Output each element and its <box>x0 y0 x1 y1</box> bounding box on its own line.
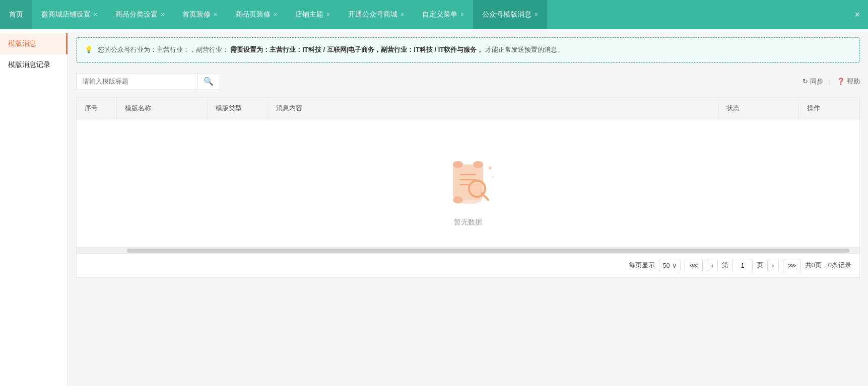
table-wrapper: 序号 模版名称 模版类型 消息内容 状态 操作 <box>76 97 860 278</box>
svg-text:✦: ✦ <box>487 164 493 172</box>
col-name: 模版名称 <box>117 98 208 119</box>
nav-item-wechat-shop[interactable]: 微商城店铺设置 × <box>32 0 106 29</box>
scrollbar[interactable] <box>77 247 859 253</box>
close-shop-theme[interactable]: × <box>326 11 330 18</box>
next-page-button[interactable]: › <box>767 260 778 271</box>
sidebar-label-template-record: 模版消息记录 <box>8 60 50 68</box>
col-index: 序号 <box>77 98 117 119</box>
first-page-button[interactable]: ⋘ <box>685 260 703 271</box>
empty-illustration: ✦ ✦ <box>438 149 498 210</box>
sync-icon: ↻ <box>803 78 808 85</box>
page-label-post: 页 <box>757 261 763 270</box>
empty-state: ✦ ✦ 暂无数据 <box>77 119 859 247</box>
nav-item-home[interactable]: 首页 <box>0 0 32 29</box>
search-left: 🔍 <box>76 73 220 90</box>
nav-item-homepage-decor[interactable]: 首页装修 × <box>173 0 226 29</box>
nav-label-shop-theme: 店铺主题 <box>295 10 323 19</box>
nav-item-product-decor[interactable]: 商品页装修 × <box>226 0 286 29</box>
nav-label-home: 首页 <box>9 10 23 19</box>
page-total: 共0页，0条记录 <box>805 261 851 270</box>
search-icon: 🔍 <box>204 77 214 86</box>
nav-label-custom-menu: 自定义菜单 <box>422 10 457 19</box>
svg-point-3 <box>453 196 463 203</box>
page-size-chevron: ∨ <box>672 262 677 269</box>
nav-item-product-category[interactable]: 商品分类设置 × <box>106 0 173 29</box>
nav-label-template-msg: 公众号模版消息 <box>482 10 531 19</box>
content-area: 💡 您的公众号行业为：主营行业：，副营行业： 需要设置为：主营行业：IT科技 /… <box>68 29 868 386</box>
sidebar-item-template-record[interactable]: 模版消息记录 <box>0 54 68 75</box>
search-button[interactable]: 🔍 <box>197 73 220 90</box>
search-bar: 🔍 ↻ 同步 | ❓ 帮助 <box>76 73 860 90</box>
notice-highlight: 需要设置为：主营行业：IT科技 / 互联网|电子商务，副营行业：IT科技 / I… <box>230 46 483 53</box>
help-label: 帮助 <box>847 77 860 86</box>
notice-prefix: 您的公众号行业为：主营行业：，副营行业： <box>98 46 229 53</box>
svg-point-2 <box>473 161 483 168</box>
help-icon: ❓ <box>837 78 845 85</box>
notice-box: 💡 您的公众号行业为：主营行业：，副营行业： 需要设置为：主营行业：IT科技 /… <box>76 37 860 63</box>
close-custom-menu[interactable]: × <box>460 11 464 18</box>
page-size-select[interactable]: 50 ∨ <box>659 260 680 271</box>
notice-suffix: 才能正常发送预置的消息。 <box>485 46 564 53</box>
nav-label-wechat-shop: 微商城店铺设置 <box>41 10 91 19</box>
nav-label-product-category: 商品分类设置 <box>115 10 158 19</box>
svg-point-1 <box>453 161 463 168</box>
close-product-category[interactable]: × <box>161 11 164 18</box>
search-right: ↻ 同步 | ❓ 帮助 <box>803 77 860 86</box>
page-size-label: 每页显示 <box>629 261 655 270</box>
divider: | <box>829 78 831 85</box>
sidebar: 模版消息 模版消息记录 <box>0 29 68 386</box>
sync-button[interactable]: ↻ 同步 <box>803 77 823 86</box>
page-label-pre: 第 <box>722 261 728 270</box>
prev-page-button[interactable]: ‹ <box>707 260 718 271</box>
close-open-mall[interactable]: × <box>400 11 404 18</box>
col-type: 模版类型 <box>208 98 268 119</box>
nav-item-shop-theme[interactable]: 店铺主题 × <box>286 0 339 29</box>
notice-icon: 💡 <box>85 46 93 53</box>
nav-label-open-mall: 开通公众号商城 <box>348 10 397 19</box>
close-template-msg[interactable]: × <box>535 11 538 18</box>
close-product-decor[interactable]: × <box>274 11 277 18</box>
close-all-button[interactable]: × <box>846 10 868 20</box>
last-page-button[interactable]: ⋙ <box>783 260 801 271</box>
empty-text: 暂无数据 <box>454 218 482 227</box>
scrollbar-thumb[interactable] <box>127 249 849 253</box>
page-size-value: 50 <box>662 262 670 269</box>
svg-point-9 <box>471 183 483 195</box>
close-homepage-decor[interactable]: × <box>214 11 217 18</box>
nav-item-custom-menu[interactable]: 自定义菜单 × <box>413 0 473 29</box>
sidebar-label-template-message: 模版消息 <box>8 39 36 47</box>
help-button[interactable]: ❓ 帮助 <box>837 77 860 86</box>
nav-label-homepage-decor: 首页装修 <box>182 10 211 19</box>
close-wechat-shop[interactable]: × <box>94 11 97 18</box>
col-status: 状态 <box>718 98 799 119</box>
nav-item-template-msg[interactable]: 公众号模版消息 × <box>473 0 547 29</box>
nav-item-open-mall[interactable]: 开通公众号商城 × <box>339 0 413 29</box>
page-number-input[interactable] <box>732 260 753 271</box>
top-navigation: 首页 微商城店铺设置 × 商品分类设置 × 首页装修 × 商品页装修 × 店铺主… <box>0 0 868 29</box>
col-content: 消息内容 <box>268 98 718 119</box>
search-input[interactable] <box>76 73 197 90</box>
table-header: 序号 模版名称 模版类型 消息内容 状态 操作 <box>77 98 859 119</box>
col-action: 操作 <box>799 98 859 119</box>
svg-text:✦: ✦ <box>491 175 495 180</box>
main-layout: 模版消息 模版消息记录 💡 您的公众号行业为：主营行业：，副营行业： 需要设置为… <box>0 29 868 386</box>
pagination: 每页显示 50 ∨ ⋘ ‹ 第 页 › ⋙ 共0页，0条记录 <box>77 253 859 277</box>
nav-label-product-decor: 商品页装修 <box>235 10 271 19</box>
sync-label: 同步 <box>810 77 823 86</box>
sidebar-item-template-message[interactable]: 模版消息 <box>0 33 68 54</box>
